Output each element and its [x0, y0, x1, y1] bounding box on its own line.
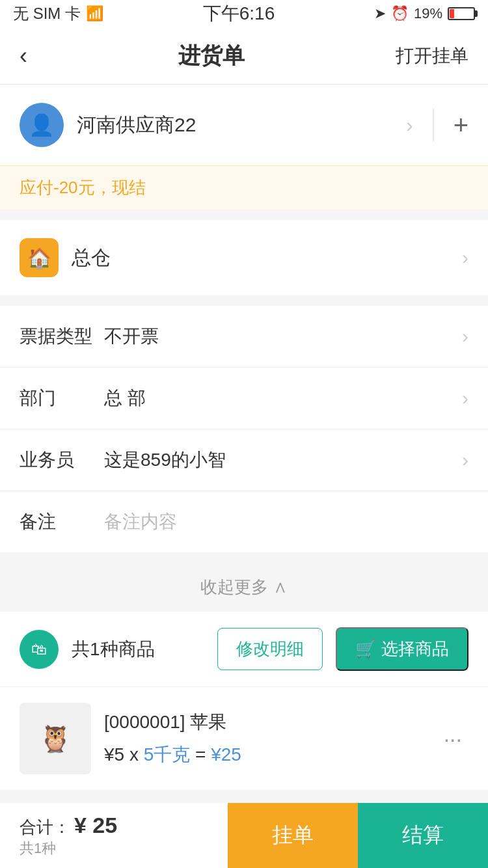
collapse-bar[interactable]: 收起更多 ∧	[0, 563, 488, 612]
invoice-chevron-icon: ›	[462, 325, 468, 347]
department-value: 总 部	[104, 386, 462, 411]
collapse-text: 收起更多 ∧	[200, 577, 287, 597]
product-item: 🦉 [0000001] 苹果 ¥5 x 5千克 = ¥25 ···	[0, 687, 488, 790]
invoice-type-label: 票据类型	[20, 324, 104, 349]
alarm-icon: ⏰	[391, 5, 409, 22]
battery-icon	[448, 7, 475, 20]
supplier-avatar: 👤	[20, 103, 64, 147]
add-supplier-button[interactable]: +	[454, 111, 468, 140]
supplier-divider	[433, 109, 434, 141]
open-hang-button[interactable]: 打开挂单	[396, 44, 468, 68]
location-icon: ➤	[374, 5, 386, 22]
modify-detail-button[interactable]: 修改明细	[217, 628, 323, 670]
back-button[interactable]: ‹	[20, 42, 27, 70]
warehouse-icon: 🏠	[20, 238, 59, 277]
warehouse-name: 总仓	[72, 245, 462, 271]
products-header: 🛍 共1种商品 修改明细 🛒 选择商品	[0, 612, 488, 687]
home-icon: 🏠	[27, 247, 51, 269]
checkout-label: 结算	[402, 821, 444, 850]
total-amount: ¥ 25	[74, 813, 117, 838]
supplier-row[interactable]: 👤 河南供应商22 › +	[0, 85, 488, 165]
remark-row[interactable]: 备注 备注内容	[0, 491, 488, 552]
product-more-button[interactable]: ···	[437, 720, 468, 758]
bottom-total: 合计： ¥ 25 共1种	[0, 803, 228, 868]
bag-icon: 🛍	[31, 640, 47, 658]
product-count: 共1种商品	[72, 637, 204, 662]
product-price: ¥5 x 5千克 = ¥25	[104, 742, 424, 767]
salesperson-chevron-icon: ›	[462, 449, 468, 471]
product-name: [0000001] 苹果	[104, 710, 424, 735]
carrier-text: 无 SIM 卡	[13, 3, 81, 24]
supplier-section: 👤 河南供应商22 › + 应付-20元，现结	[0, 85, 488, 210]
salesperson-row[interactable]: 业务员 这是859的小智 ›	[0, 429, 488, 491]
form-section: 票据类型 不开票 › 部门 总 部 › 业务员 这是859的小智 › 备注 备注…	[0, 306, 488, 552]
invoice-type-row[interactable]: 票据类型 不开票 ›	[0, 306, 488, 368]
nav-bar: ‹ 进货单 打开挂单	[0, 27, 488, 85]
product-icon: 🛍	[20, 630, 59, 669]
bottom-bar: 合计： ¥ 25 共1种 挂单 结算	[0, 803, 488, 868]
status-right: ➤ ⏰ 19%	[374, 5, 475, 22]
supplier-name: 河南供应商22	[77, 112, 406, 139]
cart-icon: 🛒	[355, 639, 376, 659]
department-label: 部门	[20, 386, 104, 411]
department-row[interactable]: 部门 总 部 ›	[0, 368, 488, 429]
remark-value: 备注内容	[104, 509, 468, 534]
page-title: 进货单	[178, 41, 245, 71]
product-thumbnail: 🦉	[20, 703, 91, 774]
warning-text: 应付-20元，现结	[20, 178, 146, 197]
hang-button[interactable]: 挂单	[228, 803, 358, 868]
department-chevron-icon: ›	[462, 387, 468, 409]
price-separator: x	[129, 744, 144, 765]
price-qty: 5千克	[144, 744, 191, 765]
salesperson-value: 这是859的小智	[104, 448, 462, 472]
invoice-type-value: 不开票	[104, 324, 462, 349]
salesperson-label: 业务员	[20, 448, 104, 472]
hang-label: 挂单	[272, 821, 314, 850]
avatar-icon: 👤	[29, 113, 55, 137]
select-product-button[interactable]: 🛒 选择商品	[336, 627, 468, 671]
warehouse-chevron-icon: ›	[462, 247, 468, 269]
wifi-icon: 📶	[86, 5, 103, 22]
total-sub: 共1种	[20, 839, 208, 858]
product-info: [0000001] 苹果 ¥5 x 5千克 = ¥25	[104, 710, 424, 767]
status-left: 无 SIM 卡 📶	[13, 3, 103, 24]
remark-label: 备注	[20, 509, 104, 534]
status-time: 下午6:16	[203, 1, 275, 26]
owl-icon: 🦉	[39, 724, 72, 754]
battery-text: 19%	[414, 5, 442, 22]
price-equals: =	[195, 744, 211, 765]
status-bar: 无 SIM 卡 📶 下午6:16 ➤ ⏰ 19%	[0, 0, 488, 27]
warehouse-row[interactable]: 🏠 总仓 ›	[0, 220, 488, 295]
supplier-chevron-icon: ›	[406, 113, 413, 137]
price-total: ¥25	[211, 744, 241, 765]
total-label: 合计：	[20, 816, 70, 839]
warning-banner: 应付-20元，现结	[0, 165, 488, 210]
price-base: ¥5	[104, 744, 124, 765]
select-product-label: 选择商品	[381, 638, 449, 660]
checkout-button[interactable]: 结算	[358, 803, 488, 868]
